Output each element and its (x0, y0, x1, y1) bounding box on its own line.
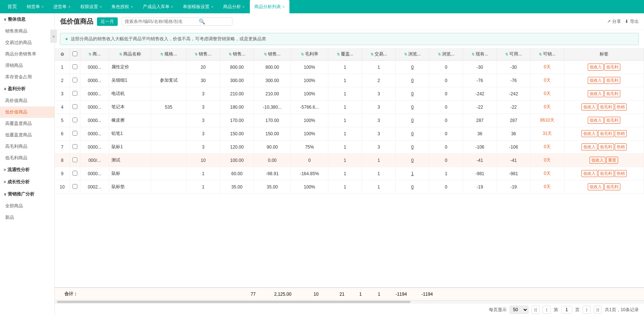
nav-permissions[interactable]: 权限设置 × (76, 0, 106, 13)
cell-checkbox[interactable] (70, 87, 80, 101)
th-view2[interactable]: 浏览... (429, 48, 463, 61)
view1-link[interactable]: 0 (411, 91, 414, 96)
nav-purchase-order[interactable]: 进货单 × (49, 0, 75, 13)
sidebar-collapse-button[interactable]: « (50, 30, 57, 43)
cell-view1[interactable]: 0 (396, 61, 429, 74)
sidebar-section-liquidity[interactable]: > 流通性分析 (0, 164, 54, 176)
select-all-checkbox[interactable] (73, 51, 77, 56)
cell-checkbox[interactable] (70, 74, 80, 87)
cell-checkbox[interactable] (70, 140, 80, 154)
close-sales-order[interactable]: × (41, 4, 44, 9)
cell-view1[interactable]: 0 (396, 140, 429, 154)
close-product-analysis[interactable]: × (242, 4, 245, 9)
sidebar-item-category-sales-rate[interactable]: 商品分类销售率 (0, 48, 54, 60)
view1-link[interactable]: 0 (411, 184, 414, 190)
nav-home[interactable]: 首页 (3, 0, 21, 13)
cell-view1[interactable]: 0 (396, 87, 429, 101)
nav-product-inbound[interactable]: 产成品入库单 × (138, 0, 178, 13)
cell-checkbox[interactable] (70, 127, 80, 140)
row-checkbox[interactable] (73, 184, 77, 189)
cell-view1[interactable]: 0 (396, 101, 429, 114)
th-checkbox[interactable] (70, 48, 80, 61)
sidebar-item-low-coverage[interactable]: 低覆盖度商品 (0, 129, 54, 141)
cell-view1[interactable]: 0 (396, 74, 429, 87)
row-checkbox[interactable] (73, 118, 77, 122)
filter-recent-month-button[interactable]: 近一月 (97, 17, 118, 26)
cell-checkbox[interactable] (70, 167, 80, 180)
sidebar-item-slow-moving[interactable]: 滞销商品 (0, 60, 54, 71)
search-input[interactable] (125, 19, 199, 24)
view1-link[interactable]: 1 (411, 171, 414, 176)
row-checkbox[interactable] (73, 131, 77, 136)
th-view1[interactable]: 浏览... (396, 48, 429, 61)
sidebar-item-inventory-capital[interactable]: 库存资金占用 (0, 71, 54, 83)
row-checkbox[interactable] (73, 78, 77, 82)
cell-checkbox[interactable] (70, 101, 80, 114)
row-checkbox[interactable] (73, 171, 77, 176)
sidebar-item-new-goods[interactable]: 新品 (0, 212, 54, 223)
nav-sales-order[interactable]: 销货单 × (22, 0, 48, 13)
sidebar-section-profit[interactable]: ∨ 盈利分析 (0, 83, 54, 95)
view1-link[interactable]: 0 (411, 131, 414, 136)
sidebar-item-low-value[interactable]: 低价值商品 (0, 106, 54, 118)
sidebar-item-high-coverage[interactable]: 高覆盖度商品 (0, 118, 54, 129)
per-page-select[interactable]: 50 100 200 (510, 306, 529, 314)
sidebar-item-traded-goods[interactable]: 交易过的商品 (0, 37, 54, 48)
close-purchase-order[interactable]: × (68, 4, 70, 9)
th-margin[interactable]: 毛利率 (291, 48, 328, 61)
cell-checkbox[interactable] (70, 154, 80, 167)
prev-page-button[interactable]: ⟨ (543, 306, 551, 314)
nav-product-analysis[interactable]: 商品分析 × (219, 0, 249, 13)
row-checkbox[interactable] (73, 144, 77, 149)
export-button[interactable]: ⬇ 导出 (625, 18, 639, 25)
view1-link[interactable]: 0 (411, 78, 414, 83)
th-sales-price[interactable]: 销售... (254, 48, 291, 61)
close-product-analysis-list[interactable]: × (282, 4, 285, 9)
sidebar-section-overall[interactable]: ∨ 整体信息 (0, 13, 54, 26)
last-page-button[interactable]: ⟩⟩ (594, 306, 602, 314)
row-checkbox[interactable] (73, 104, 77, 109)
view1-link[interactable]: 0 (411, 65, 414, 70)
nav-product-analysis-list[interactable]: 商品分析列表 × (250, 0, 289, 13)
sidebar-item-low-margin[interactable]: 低毛利商品 (0, 152, 54, 164)
view1-link[interactable]: 0 (411, 145, 414, 150)
row-checkbox[interactable] (73, 64, 77, 69)
first-page-button[interactable]: ⟨⟨ (531, 306, 540, 314)
th-spec[interactable]: 规格... (151, 48, 187, 61)
close-template-settings[interactable]: × (211, 4, 213, 9)
cell-view1[interactable]: 0 (396, 180, 429, 194)
sidebar-item-all-goods[interactable]: 全部商品 (0, 200, 54, 212)
view1-link[interactable]: 0 (411, 105, 414, 110)
th-gear[interactable]: ⚙ (55, 48, 70, 61)
row-checkbox[interactable] (73, 157, 77, 162)
next-page-button[interactable]: ⟩ (583, 306, 591, 314)
cell-view1[interactable]: 0 (396, 154, 429, 167)
sidebar-item-sales-goods[interactable]: 销售类商品 (0, 26, 54, 37)
cell-view1[interactable]: 0 (396, 114, 429, 127)
sidebar-item-high-value[interactable]: 高价值商品 (0, 95, 54, 106)
sidebar-item-high-margin[interactable]: 高毛利商品 (0, 141, 54, 152)
view1-link[interactable]: 0 (411, 118, 414, 123)
th-code[interactable]: 商... (80, 48, 109, 61)
sidebar-section-marketing[interactable]: ∨ 营销推广分析 (0, 188, 54, 200)
row-checkbox[interactable] (73, 91, 77, 96)
th-name[interactable]: 商品名称 (109, 48, 151, 61)
sidebar-section-growth[interactable]: > 成长性分析 (0, 176, 54, 188)
cell-checkbox[interactable] (70, 61, 80, 74)
close-role-auth[interactable]: × (131, 4, 133, 9)
nav-role-auth[interactable]: 角色授权 × (107, 0, 137, 13)
page-number-input[interactable] (561, 306, 572, 313)
th-available[interactable]: 可用... (497, 48, 530, 61)
cell-checkbox[interactable] (70, 180, 80, 194)
cell-view1[interactable]: 1 (396, 167, 429, 180)
th-sales-qty[interactable]: 销售... (186, 48, 220, 61)
th-saleable[interactable]: 可销... (530, 48, 564, 61)
th-current[interactable]: 现有... (463, 48, 497, 61)
th-trade[interactable]: 交易... (362, 48, 396, 61)
cell-view1[interactable]: 0 (396, 127, 429, 140)
th-coverage[interactable]: 覆盖... (328, 48, 362, 61)
close-product-inbound[interactable]: × (171, 4, 173, 9)
th-sales-amount[interactable]: 销售... (220, 48, 254, 61)
cell-checkbox[interactable] (70, 114, 80, 127)
view1-link[interactable]: 0 (411, 158, 414, 163)
